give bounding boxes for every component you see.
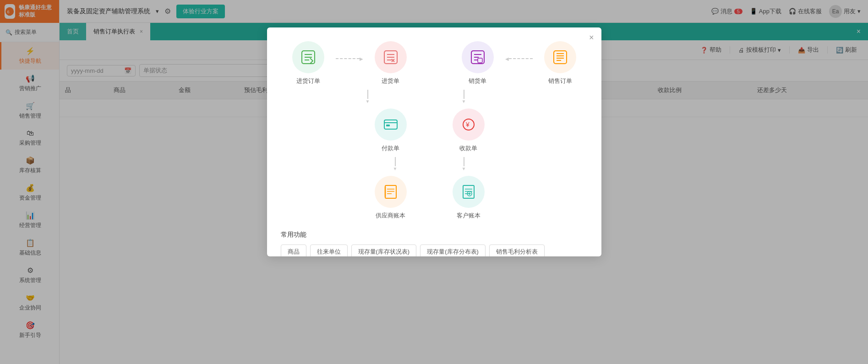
flow-node-payment-out[interactable]: 付款单 <box>363 109 418 152</box>
sales-form-label: 销货单 <box>469 77 486 85</box>
flow-node-sales-order[interactable]: 销售订单 <box>533 41 588 85</box>
main-area: 装备及固定资产辅助管理系统 ▾ ⚙ 体验行业方案 💬 消息 5 📱 App下载 … <box>60 0 868 364</box>
supplier-ledger-circle <box>375 176 407 208</box>
customer-ledger-circle <box>453 176 485 208</box>
flow-node-customer-ledger[interactable]: 客户账本 <box>441 176 496 220</box>
purchase-form-circle <box>375 41 407 73</box>
flow-arrows-row: ▼ ▼ <box>281 90 588 104</box>
svg-rect-25 <box>385 185 396 198</box>
modal-overlay[interactable]: × 进货订单 <box>60 0 868 364</box>
fn-product[interactable]: 商品 <box>281 244 306 256</box>
modal-close-button[interactable]: × <box>589 33 594 43</box>
payment-in-circle: ¥ <box>453 109 485 141</box>
flow-node-sales-form[interactable]: 销货单 <box>450 41 505 85</box>
purchase-order-circle <box>292 41 324 73</box>
flow-row-1: 进货订单 ▶ 进货单 <box>281 41 588 85</box>
flow-diagram: 进货订单 ▶ 进货单 <box>281 41 588 220</box>
svg-rect-15 <box>554 51 567 64</box>
arrow-down-payment-in: ▼ <box>448 157 480 171</box>
quick-nav-modal: × 进货订单 <box>267 27 601 256</box>
supplier-ledger-label: 供应商账本 <box>376 212 405 220</box>
arrow-purchase-to-purchaseform: ▶ <box>336 56 363 71</box>
common-functions-title: 常用功能 <box>281 231 588 239</box>
purchase-order-label: 进货订单 <box>296 77 320 85</box>
svg-text:¥: ¥ <box>465 121 469 128</box>
fn-sales-profit[interactable]: 销售毛利分析表 <box>489 244 545 256</box>
arrow-down-purchase: ▼ <box>352 90 384 104</box>
sales-order-label: 销售订单 <box>548 77 572 85</box>
sales-form-circle <box>462 41 494 73</box>
fn-contacts[interactable]: 往来单位 <box>310 244 348 256</box>
common-functions-section: 常用功能 商品 往来单位 现存量(库存状况表) 现存量(库存分布表) 销售毛利分… <box>281 231 588 256</box>
flow-row-3: 供应商账本 客户账本 <box>281 176 588 220</box>
svg-rect-22 <box>386 125 390 126</box>
payment-in-label: 收款单 <box>459 144 477 152</box>
fn-stock-status[interactable]: 现存量(库存状况表) <box>351 244 417 256</box>
arrow-down-payment-out: ▼ <box>379 157 411 171</box>
svg-rect-29 <box>384 186 386 197</box>
flow-node-purchase-form[interactable]: 进货单 <box>363 41 418 85</box>
arrow-salesorder-to-salesform: ◀ <box>505 56 533 71</box>
payment-out-label: 付款单 <box>382 144 399 152</box>
sales-order-circle <box>544 41 576 73</box>
flow-node-purchase-order[interactable]: 进货订单 <box>281 41 336 85</box>
flow-node-payment-in[interactable]: ¥ 收款单 <box>441 109 496 152</box>
customer-ledger-label: 客户账本 <box>457 212 480 220</box>
svg-rect-14 <box>478 58 482 63</box>
flow-arrows-row2: ▼ ▼ <box>281 157 588 171</box>
arrow-down-sales: ▼ <box>448 90 480 104</box>
payment-out-circle <box>375 109 407 141</box>
fn-stock-distribution[interactable]: 现存量(库存分布表) <box>420 244 486 256</box>
flow-node-supplier-ledger[interactable]: 供应商账本 <box>363 176 418 220</box>
flow-row-2: 付款单 ¥ 收款单 <box>281 109 588 152</box>
purchase-form-label: 进货单 <box>382 77 399 85</box>
svg-rect-20 <box>384 120 397 129</box>
function-buttons-row1: 商品 往来单位 现存量(库存状况表) 现存量(库存分布表) 销售毛利分析表 商品… <box>281 244 588 256</box>
